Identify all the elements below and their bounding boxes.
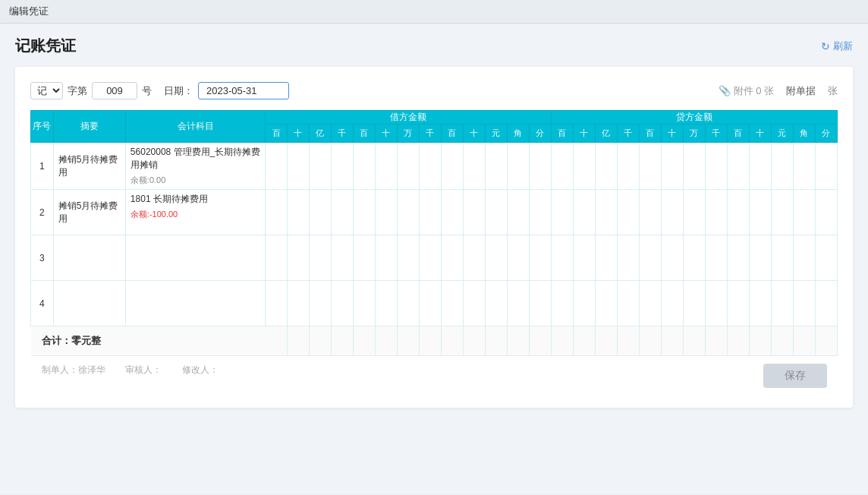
debit-cell[interactable] <box>441 143 463 190</box>
credit-cell[interactable] <box>639 235 661 281</box>
credit-cell[interactable] <box>661 281 683 326</box>
credit-cell[interactable] <box>749 143 771 190</box>
credit-cell[interactable] <box>705 281 727 326</box>
debit-cell[interactable] <box>375 235 397 281</box>
voucher-number-input[interactable] <box>92 82 137 99</box>
debit-cell[interactable] <box>463 235 485 281</box>
credit-cell[interactable] <box>705 143 727 190</box>
credit-cell[interactable] <box>771 235 793 281</box>
credit-cell[interactable] <box>749 281 771 326</box>
credit-cell[interactable] <box>595 143 617 190</box>
debit-cell[interactable] <box>485 190 507 235</box>
credit-cell[interactable] <box>683 190 705 235</box>
credit-cell[interactable] <box>573 190 595 235</box>
debit-cell[interactable] <box>441 190 463 235</box>
debit-cell[interactable] <box>529 281 551 326</box>
debit-cell[interactable] <box>375 190 397 235</box>
credit-cell[interactable] <box>617 143 639 190</box>
debit-cell[interactable] <box>375 281 397 326</box>
debit-cell[interactable] <box>309 190 331 235</box>
debit-cell[interactable] <box>353 235 375 281</box>
debit-cell[interactable] <box>485 235 507 281</box>
debit-cell[interactable] <box>507 190 529 235</box>
debit-cell[interactable] <box>397 190 419 235</box>
debit-cell[interactable] <box>287 281 309 326</box>
debit-cell[interactable] <box>266 190 288 235</box>
debit-cell[interactable] <box>463 190 485 235</box>
credit-cell[interactable] <box>815 143 837 190</box>
credit-cell[interactable] <box>617 281 639 326</box>
row-summary[interactable] <box>53 281 125 326</box>
debit-cell[interactable] <box>529 190 551 235</box>
credit-cell[interactable] <box>815 190 837 235</box>
debit-cell[interactable] <box>331 235 353 281</box>
credit-cell[interactable] <box>617 190 639 235</box>
debit-cell[interactable] <box>529 143 551 190</box>
debit-cell[interactable] <box>463 143 485 190</box>
debit-cell[interactable] <box>353 281 375 326</box>
debit-cell[interactable] <box>419 190 441 235</box>
debit-cell[interactable] <box>463 281 485 326</box>
credit-cell[interactable] <box>595 281 617 326</box>
debit-cell[interactable] <box>397 143 419 190</box>
credit-cell[interactable] <box>727 235 749 281</box>
debit-cell[interactable] <box>309 235 331 281</box>
credit-cell[interactable] <box>551 281 573 326</box>
credit-cell[interactable] <box>551 143 573 190</box>
credit-cell[interactable] <box>573 281 595 326</box>
credit-cell[interactable] <box>683 281 705 326</box>
credit-cell[interactable] <box>727 143 749 190</box>
debit-cell[interactable] <box>309 281 331 326</box>
debit-cell[interactable] <box>419 281 441 326</box>
credit-cell[interactable] <box>661 143 683 190</box>
credit-cell[interactable] <box>573 235 595 281</box>
debit-cell[interactable] <box>331 190 353 235</box>
debit-cell[interactable] <box>266 235 288 281</box>
credit-cell[interactable] <box>551 190 573 235</box>
credit-cell[interactable] <box>771 143 793 190</box>
debit-cell[interactable] <box>419 143 441 190</box>
row-summary[interactable]: 摊销5月待摊费用 <box>53 190 125 235</box>
credit-cell[interactable] <box>683 143 705 190</box>
debit-cell[interactable] <box>309 143 331 190</box>
debit-cell[interactable] <box>331 143 353 190</box>
credit-cell[interactable] <box>573 143 595 190</box>
attach-single-label[interactable]: 附单据 <box>786 84 816 98</box>
debit-cell[interactable] <box>397 235 419 281</box>
credit-cell[interactable] <box>815 281 837 326</box>
debit-cell[interactable] <box>375 143 397 190</box>
credit-cell[interactable] <box>793 235 815 281</box>
credit-cell[interactable] <box>793 190 815 235</box>
debit-cell[interactable] <box>441 281 463 326</box>
credit-cell[interactable] <box>639 143 661 190</box>
debit-cell[interactable] <box>287 143 309 190</box>
debit-cell[interactable] <box>485 143 507 190</box>
debit-cell[interactable] <box>287 235 309 281</box>
debit-cell[interactable] <box>485 281 507 326</box>
credit-cell[interactable] <box>705 235 727 281</box>
credit-cell[interactable] <box>771 190 793 235</box>
credit-cell[interactable] <box>793 143 815 190</box>
credit-cell[interactable] <box>727 190 749 235</box>
debit-cell[interactable] <box>287 190 309 235</box>
debit-cell[interactable] <box>441 235 463 281</box>
debit-cell[interactable] <box>419 235 441 281</box>
debit-cell[interactable] <box>353 190 375 235</box>
credit-cell[interactable] <box>617 235 639 281</box>
credit-cell[interactable] <box>639 190 661 235</box>
debit-cell[interactable] <box>331 281 353 326</box>
credit-cell[interactable] <box>727 281 749 326</box>
credit-cell[interactable] <box>595 235 617 281</box>
row-subject[interactable] <box>125 281 266 326</box>
credit-cell[interactable] <box>749 235 771 281</box>
refresh-button[interactable]: ↻ 刷新 <box>821 39 853 53</box>
credit-cell[interactable] <box>551 235 573 281</box>
row-subject[interactable]: 1801 长期待摊费用余额:-100.00 <box>125 190 266 235</box>
credit-cell[interactable] <box>771 281 793 326</box>
row-summary[interactable]: 摊销5月待摊费用 <box>53 143 125 190</box>
row-summary[interactable] <box>53 235 125 281</box>
credit-cell[interactable] <box>661 235 683 281</box>
debit-cell[interactable] <box>353 143 375 190</box>
debit-cell[interactable] <box>266 281 288 326</box>
debit-cell[interactable] <box>397 281 419 326</box>
